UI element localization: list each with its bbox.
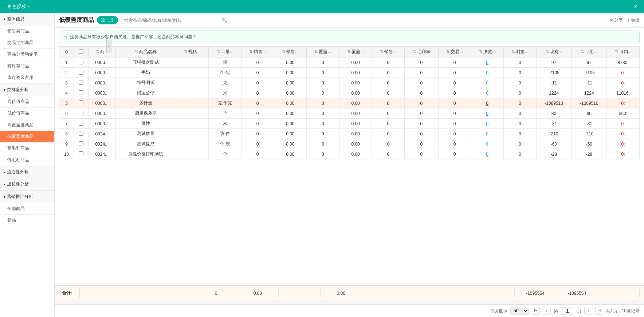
sidebar-item-低覆盖度商品[interactable]: 低覆盖度商品 — [0, 131, 54, 143]
share-button[interactable]: ⎘ 分享 — [610, 17, 623, 23]
sidebar-item-高价值商品[interactable]: 高价值商品 — [0, 96, 54, 108]
sidebar-item-销售类商品[interactable]: 销售类商品 — [0, 25, 54, 37]
cell-currentStock: -11 — [536, 78, 572, 88]
page-number-input[interactable] — [561, 307, 574, 315]
sidebar-item-高毛利商品[interactable]: 高毛利商品 — [0, 143, 54, 154]
filter-recent-month-button[interactable]: 近一月 — [97, 16, 118, 24]
row-checkbox[interactable] — [79, 60, 83, 64]
prev-page-button[interactable]: ‹ — [543, 307, 551, 315]
sidebar-item-低毛利商品[interactable]: 低毛利商品 — [0, 154, 54, 166]
cell-coverageRate: 0.00 — [339, 149, 372, 159]
sidebar-item-商品分类动销率[interactable]: 商品分类动销率 — [0, 49, 54, 60]
sort-icon[interactable]: ⇅ — [314, 49, 318, 54]
sort-icon[interactable]: ⇅ — [546, 49, 549, 54]
sidebar-section-3[interactable]: ▸成长性分析 — [0, 178, 54, 191]
sidebar-item-库存资金占用[interactable]: 库存资金占用 — [0, 72, 54, 84]
sort-icon[interactable]: ⇅ — [413, 49, 416, 54]
window-close-button[interactable]: × — [631, 3, 641, 10]
header-actions: ⎘ 分享 ↑ 导出 — [610, 17, 640, 23]
current-page-label: 第 — [554, 308, 558, 314]
sidebar-section-4[interactable]: ▾营销推广分析 — [0, 191, 54, 203]
cell-browseRate: 0 — [504, 98, 537, 108]
content-header: 低覆盖度商品 近一月 🔍 ⎘ 分享 ↑ 导出 — [55, 13, 644, 28]
sort-icon[interactable]: ⇅ — [184, 49, 188, 54]
cell-name: 符号测试 — [116, 78, 176, 88]
sort-icon[interactable]: ⇅ — [511, 49, 515, 54]
sidebar-item-全部商品[interactable]: 全部商品 — [0, 203, 54, 215]
next-page-button[interactable]: › — [584, 307, 592, 315]
cell-browseLink[interactable]: 0 — [471, 139, 504, 149]
cell-browseLink[interactable]: 0 — [471, 149, 504, 159]
cell-no: 7 — [59, 119, 74, 129]
sidebar-section-2[interactable]: ▸流通性分析 — [0, 166, 54, 178]
cell-browseLink[interactable]: 0 — [471, 129, 504, 139]
cell-browseLink[interactable]: 0 — [471, 119, 504, 129]
column-settings-icon[interactable]: ⚙ — [64, 49, 68, 55]
sort-icon[interactable]: ⇅ — [479, 49, 483, 54]
sidebar-item-交易过的商品[interactable]: 交易过的商品 — [0, 37, 54, 49]
cell-available: -11 — [572, 78, 607, 88]
row-checkbox[interactable] — [79, 111, 83, 115]
info-banner: ☆ 这类商品只有很少客户购买过，是推广不够，还是商品本身问题？ — [59, 31, 640, 43]
cell-browseLink[interactable]: 0 — [471, 78, 504, 88]
row-checkbox[interactable] — [79, 131, 83, 136]
cell-saleable: 360: — [607, 108, 640, 119]
nav-tab-角色授权[interactable]: 角色授权 × — [3, 0, 44, 13]
cell-browseLink[interactable]: 0 — [471, 98, 504, 108]
sort-icon[interactable]: ⇅ — [96, 49, 99, 54]
sort-icon[interactable]: ⇅ — [282, 49, 286, 54]
cell-grossMargin: 0 — [405, 58, 439, 68]
sidebar-item-有库存商品[interactable]: 有库存商品 — [0, 60, 54, 72]
sidebar-item-新品[interactable]: 新品 — [0, 215, 54, 226]
sidebar-arrow-icon: ▸ — [4, 182, 5, 186]
cell-unit: 米 — [209, 119, 242, 129]
row-checkbox[interactable] — [79, 70, 83, 75]
cell-browseLink[interactable]: 0 — [471, 88, 504, 98]
cell-name: 测试数量 — [116, 129, 176, 139]
col-header-grossMargin: ⇅毛利率 — [405, 47, 439, 58]
cell-coverageCount: 0 — [307, 149, 339, 159]
tab-close-icon[interactable]: × — [28, 4, 30, 9]
select-all-checkbox[interactable] — [79, 49, 83, 54]
sort-icon[interactable]: ⇅ — [581, 49, 584, 54]
sidebar-item-高覆盖度商品[interactable]: 高覆盖度商品 — [0, 119, 54, 131]
sort-icon[interactable]: ⇅ — [347, 49, 351, 54]
cell-browseLink[interactable]: 0 — [471, 68, 504, 78]
sort-icon[interactable]: ⇅ — [135, 49, 138, 54]
sort-icon[interactable]: ⇅ — [249, 49, 253, 54]
sidebar-collapse-button[interactable]: « — [106, 39, 112, 53]
last-page-button[interactable]: ⊣ — [595, 307, 603, 315]
scrollbar[interactable] — [55, 301, 644, 304]
cell-browseLink[interactable]: 0 — [471, 108, 504, 119]
cell-currentStock: -31 — [536, 119, 572, 129]
sort-icon[interactable]: ⇅ — [446, 49, 450, 54]
sidebar-item-低价值商品[interactable]: 低价值商品 — [0, 108, 54, 119]
cell-available: -60 — [572, 139, 607, 149]
row-checkbox[interactable] — [79, 151, 83, 156]
first-page-button[interactable]: ⊢ — [532, 307, 540, 315]
cell-coverageRate: 0.00 — [339, 98, 372, 108]
row-checkbox[interactable] — [79, 80, 83, 85]
sort-icon[interactable]: ⇅ — [380, 49, 384, 54]
sort-icon[interactable]: ⇅ — [615, 49, 619, 54]
sidebar-section-0[interactable]: ▾整体信息 — [0, 13, 54, 25]
cell-browseLink[interactable]: 0 — [471, 58, 504, 68]
col-header-settings[interactable]: ⚙ — [59, 47, 74, 58]
col-header-coverageCount: ⇅覆盖... — [307, 47, 339, 58]
cell-coverageRate: 0.00 — [339, 88, 372, 98]
cell-spec — [176, 108, 209, 119]
info-text: 这类商品只有很少客户购买过，是推广不够，还是商品本身问题？ — [70, 34, 197, 40]
search-input[interactable] — [124, 18, 220, 23]
row-checkbox[interactable] — [79, 121, 83, 126]
cell-coverageRate: 0.00 — [339, 129, 372, 139]
row-checkbox[interactable] — [79, 90, 83, 95]
row-checkbox[interactable] — [79, 141, 83, 146]
sidebar-section-1[interactable]: ▾类群鉴分析 — [0, 84, 54, 96]
page-size-select[interactable]: 50 20 100 — [510, 307, 529, 315]
page-size-label: 每页显示 — [490, 308, 507, 314]
sort-icon[interactable]: ⇅ — [217, 49, 220, 54]
row-checkbox[interactable] — [79, 100, 83, 105]
export-button[interactable]: ↑ 导出 — [627, 17, 640, 23]
cell-name: 旺铺批次测试 — [116, 58, 176, 68]
search-icon[interactable]: 🔍 — [221, 18, 227, 23]
